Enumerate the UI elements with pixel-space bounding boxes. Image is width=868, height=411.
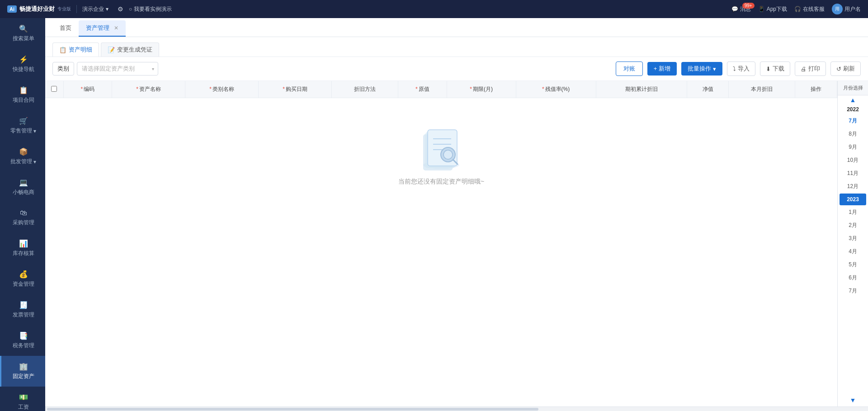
settings-button[interactable]: ⚙ (118, 5, 123, 13)
sidebar-item-quicknav[interactable]: ⚡ 快捷导航 (0, 49, 45, 80)
table-header-row: *编码 *资产名称 *类别名称 *购买日期 折旧方法 *原值 *期限(月) *残… (45, 81, 837, 98)
print-button[interactable]: 🖨 打印 (795, 61, 826, 76)
sidebar-item-inventory[interactable]: 📊 库存核算 (0, 233, 45, 264)
batch-button[interactable]: 批量操作 ▾ (681, 62, 722, 76)
top-bar: Ai 畅捷通好业财 专业版 演示企业 ▾ ⚙ ○ 我要看实例演示 💬 消息 99… (0, 0, 868, 18)
horizontal-scrollbar[interactable] (45, 406, 868, 411)
print-label: 打印 (808, 65, 820, 73)
online-service-label: 在线客服 (803, 5, 825, 13)
month-item-2023-1[interactable]: 1月 (838, 206, 868, 219)
download-button[interactable]: ⬇ 下载 (760, 61, 790, 76)
month-up-button[interactable]: ▲ (847, 95, 859, 104)
sidebar-label-inventory: 库存核算 (13, 250, 34, 256)
month-item-11[interactable]: 11月 (838, 167, 868, 180)
empty-text: 当前您还没有固定资产明细哦~ (398, 178, 484, 186)
demo-button[interactable]: ○ 我要看实例演示 (129, 5, 172, 13)
th-accum-depreciation: 期初累计折旧 (596, 81, 687, 98)
category-dropdown-icon: ▾ (152, 66, 154, 71)
month-down-button[interactable]: ▼ (840, 396, 866, 405)
add-button[interactable]: + 新增 (647, 62, 677, 76)
month-item-2023-5[interactable]: 5月 (838, 258, 868, 271)
app-download-label: App下载 (767, 5, 787, 13)
month-item-2023-4[interactable]: 4月 (838, 245, 868, 258)
th-purchase-date: *购买日期 (259, 81, 332, 98)
retail-arrow-icon: ▾ (33, 128, 36, 134)
salary-icon: 💵 (5, 393, 42, 402)
change-voucher-tab-icon: 📝 (108, 47, 115, 53)
sidebar: 🔍 搜索菜单 ⚡ 快捷导航 📋 项目合同 🛒 零售管理 ▾ 📦 批发管理 ▾ (0, 18, 45, 411)
sidebar-item-contracts[interactable]: 📋 项目合同 (0, 80, 45, 110)
sidebar-label-search: 搜索菜单 (13, 35, 34, 42)
company-selector[interactable]: 演示企业 ▾ (82, 5, 108, 13)
sidebar-label-quicknav: 快捷导航 (13, 66, 34, 72)
sidebar-item-purchase[interactable]: 🛍 采购管理 (0, 203, 45, 233)
tab-close-icon[interactable]: ✕ (114, 25, 118, 31)
content-area: 首页 资产管理 ✕ 📋 资产明细 📝 变更生成凭证 (45, 18, 868, 411)
category-select[interactable]: 请选择固定资产类别 ▾ (77, 62, 158, 76)
sub-tab-asset-detail[interactable]: 📋 资产明细 (52, 43, 99, 57)
category-label: 类别 (52, 62, 74, 76)
user-profile[interactable]: 用 用户名 (832, 4, 861, 14)
select-all-checkbox[interactable] (51, 86, 57, 92)
duizhang-button[interactable]: 对账 (616, 61, 643, 76)
sidebar-item-search[interactable]: 🔍 搜索菜单 (0, 18, 45, 49)
sidebar-label-purchase: 采购管理 (13, 219, 34, 226)
page-content: 📋 资产明细 📝 变更生成凭证 类别 请选择固定资产类别 ▾ 对账 (45, 37, 868, 411)
th-code: *编码 (63, 81, 112, 98)
demo-circle-icon: ○ (129, 6, 132, 12)
sidebar-label-tax: 税务管理 (13, 342, 34, 349)
th-checkbox (45, 81, 63, 98)
online-service-button[interactable]: 🎧 在线客服 (794, 5, 825, 13)
table-area: *编码 *资产名称 *类别名称 *购买日期 折旧方法 *原值 *期限(月) *残… (45, 81, 868, 406)
toolbar: 类别 请选择固定资产类别 ▾ 对账 + 新增 批量操作 ▾ ⤵ 导入 (45, 57, 868, 81)
month-item-8[interactable]: 8月 (838, 128, 868, 141)
tab-home[interactable]: 首页 (52, 20, 79, 37)
app-edition: 专业版 (57, 6, 71, 12)
logo-icon: Ai (7, 5, 17, 13)
month-item-current[interactable]: 7月 (838, 114, 868, 128)
month-panel-bottom: ▼ (838, 394, 868, 406)
retail-icon: 🛒 (5, 117, 42, 125)
import-icon: ⤵ (733, 66, 736, 72)
category-placeholder: 请选择固定资产类别 (82, 65, 135, 73)
import-button[interactable]: ⤵ 导入 (727, 61, 755, 76)
finance-icon: 💰 (5, 270, 42, 279)
import-label: 导入 (738, 65, 750, 73)
wholesale-icon: 📦 (5, 147, 42, 156)
month-item-2023-3[interactable]: 3月 (838, 232, 868, 245)
fixed-assets-icon: 🏢 (5, 362, 42, 371)
th-net-value: 净值 (687, 81, 729, 98)
refresh-button[interactable]: ↺ 刷新 (830, 61, 861, 76)
sub-tab-change-voucher[interactable]: 📝 变更生成凭证 (101, 43, 159, 57)
divider-1 (76, 5, 77, 13)
category-filter: 类别 请选择固定资产类别 ▾ (52, 62, 158, 76)
messages-button[interactable]: 💬 消息 99+ (731, 5, 751, 13)
sidebar-item-ecommerce[interactable]: 💻 小畅电商 (0, 172, 45, 203)
refresh-icon: ↺ (836, 66, 841, 72)
purchase-icon: 🛍 (5, 209, 42, 217)
sidebar-label-wholesale: 批发管理 ▾ (5, 158, 42, 165)
asset-detail-tab-icon: 📋 (59, 47, 66, 53)
month-item-10[interactable]: 10月 (838, 154, 868, 167)
sidebar-item-retail[interactable]: 🛒 零售管理 ▾ (0, 110, 45, 141)
sidebar-item-fixed-assets[interactable]: 🏢 固定资产 (0, 356, 45, 387)
scrollbar-thumb[interactable] (47, 408, 538, 411)
month-item-2023-2[interactable]: 2月 (838, 219, 868, 232)
sidebar-item-invoice[interactable]: 🧾 发票管理 (0, 294, 45, 325)
sidebar-item-finance[interactable]: 💰 资金管理 (0, 264, 45, 294)
month-item-12[interactable]: 12月 (838, 180, 868, 193)
svg-point-8 (443, 150, 453, 159)
main-layout: 🔍 搜索菜单 ⚡ 快捷导航 📋 项目合同 🛒 零售管理 ▾ 📦 批发管理 ▾ (0, 18, 868, 411)
current-month-display: 7月 (849, 118, 857, 124)
sidebar-item-tax[interactable]: 📑 税务管理 (0, 325, 45, 356)
sidebar-item-salary[interactable]: 💵 工资 (0, 387, 45, 411)
sidebar-item-wholesale[interactable]: 📦 批发管理 ▾ (0, 141, 45, 172)
month-item-2023-6[interactable]: 6月 (838, 271, 868, 284)
table-and-panel: *编码 *资产名称 *类别名称 *购买日期 折旧方法 *原值 *期限(月) *残… (45, 81, 868, 406)
app-download-button[interactable]: 📱 App下载 (758, 5, 787, 13)
sidebar-label-retail: 零售管理 ▾ (5, 127, 42, 135)
th-original-value: *原值 (398, 81, 447, 98)
month-item-2023-7[interactable]: 7月 (838, 284, 868, 298)
month-item-9[interactable]: 9月 (838, 141, 868, 154)
tab-asset-management[interactable]: 资产管理 ✕ (79, 20, 126, 37)
